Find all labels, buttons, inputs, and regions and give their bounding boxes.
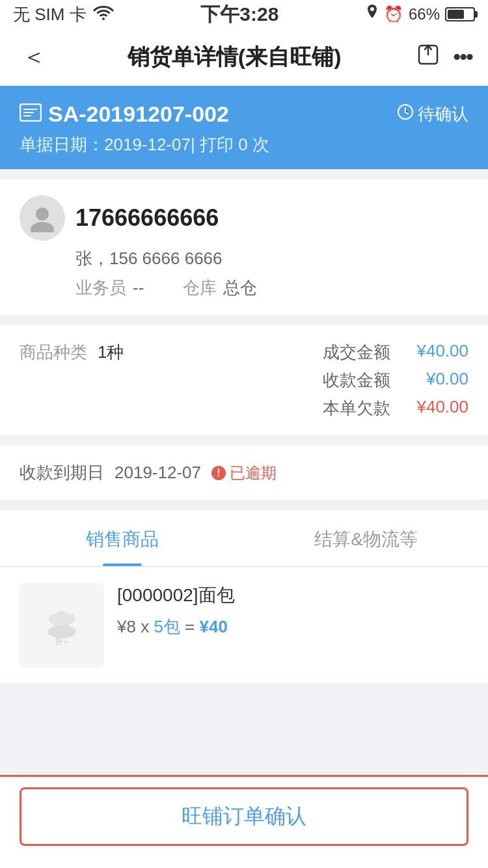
tab-settlement[interactable]: 结算&物流等	[244, 510, 488, 566]
owed-row: 本单欠款 ¥40.00	[323, 397, 468, 420]
wifi-icon	[93, 5, 114, 25]
location-icon	[366, 5, 379, 24]
sales-rep: 业务员 --	[75, 277, 144, 299]
due-date-value: 2019-12-07	[115, 463, 201, 483]
product-thumbnail: 野+	[20, 583, 104, 668]
status-right: ⏰ 66%	[366, 5, 475, 24]
warehouse: 仓库 总仓	[183, 277, 257, 299]
back-button[interactable]: ＜	[16, 34, 52, 79]
svg-point-7	[64, 614, 75, 624]
customer-card: 17666666666 张，156 6666 6666 业务员 -- 仓库 总仓	[0, 180, 488, 315]
svg-point-8	[47, 625, 76, 638]
product-details: [0000002]面包 ¥8 x 5包 = ¥40	[117, 583, 468, 638]
svg-point-4	[31, 222, 54, 232]
financial-summary: 成交金额 ¥40.00 收款金额 ¥0.00 本单欠款 ¥40.00	[323, 341, 468, 420]
share-button[interactable]	[416, 43, 440, 72]
order-date: 单据日期：2019-12-07| 打印 0 次	[20, 133, 468, 156]
due-date-card: 收款到期日 2019-12-07 ! 已逾期	[0, 446, 488, 500]
clock-icon	[397, 103, 414, 125]
product-list: 野+ [0000002]面包 ¥8 x 5包 = ¥40	[0, 567, 488, 684]
page-title: 销货单详情(来自旺铺)	[52, 42, 416, 72]
tabs: 销售商品 结算&物流等	[0, 510, 488, 567]
overdue-icon: !	[211, 466, 226, 480]
order-id: SA-20191207-002	[20, 102, 229, 127]
received-row: 收款金额 ¥0.00	[323, 369, 468, 392]
table-row: 野+ [0000002]面包 ¥8 x 5包 = ¥40	[0, 567, 488, 684]
customer-name: 张，156 6666 6666	[75, 247, 468, 270]
product-price: ¥8 x 5包 = ¥40	[117, 616, 468, 638]
customer-row: 17666666666	[20, 195, 468, 241]
amount-row: 成交金额 ¥40.00	[323, 341, 468, 364]
more-button[interactable]: •••	[453, 44, 472, 70]
svg-point-6	[49, 614, 59, 624]
status-bar: 无 SIM 卡 下午3:28 ⏰ 66%	[0, 0, 488, 29]
product-category: 商品种类 1种	[20, 341, 124, 364]
order-icon	[20, 102, 42, 127]
avatar	[20, 195, 65, 241]
confirm-order-button[interactable]: 旺铺订单确认	[20, 787, 468, 846]
carrier-label: 无 SIM 卡	[13, 3, 87, 26]
time-label: 下午3:28	[200, 1, 278, 28]
order-id-row: SA-20191207-002 待确认	[20, 102, 468, 127]
nav-bar: ＜ 销货单详情(来自旺铺) •••	[0, 29, 488, 86]
due-date-label: 收款到期日	[20, 461, 104, 484]
summary-card: 商品种类 1种 成交金额 ¥40.00 收款金额 ¥0.00 本单欠款 ¥40.…	[0, 325, 488, 435]
confirm-button-wrap: 旺铺订单确认	[0, 775, 488, 868]
battery-percent: 66%	[409, 5, 440, 23]
status-left: 无 SIM 卡	[13, 3, 114, 26]
overdue-badge: ! 已逾期	[211, 463, 277, 483]
svg-point-3	[36, 208, 49, 221]
order-status: 待确认	[397, 103, 468, 126]
product-name: [0000002]面包	[117, 583, 468, 608]
alarm-icon: ⏰	[384, 5, 403, 23]
order-header: SA-20191207-002 待确认 单据日期：2019-12-07| 打印 …	[0, 86, 488, 169]
customer-meta: 业务员 -- 仓库 总仓	[75, 277, 468, 299]
battery-icon	[445, 7, 475, 21]
nav-actions: •••	[416, 43, 472, 72]
tab-products[interactable]: 销售商品	[0, 510, 244, 566]
customer-phone: 17666666666	[75, 204, 219, 232]
svg-text:野+: 野+	[55, 638, 68, 647]
